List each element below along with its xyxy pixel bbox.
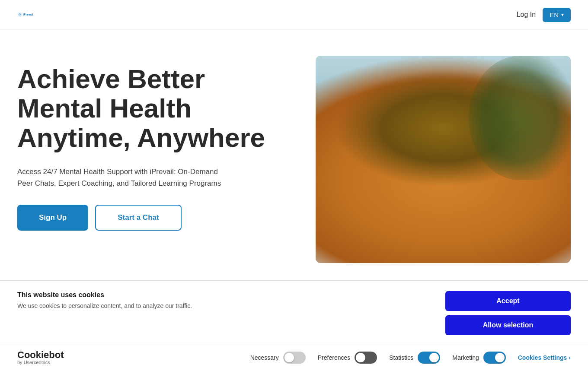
chevron-down-icon: ▾ <box>561 12 564 18</box>
logo[interactable]: iPrevail <box>17 5 36 24</box>
hero-section: Achieve Better Mental Health Anytime, An… <box>0 30 588 263</box>
hero-buttons: Sign Up Start a Chat <box>17 205 268 231</box>
hero-description: Access 24/7 Mental Health Support with i… <box>17 166 229 189</box>
hero-image-inner <box>316 56 571 263</box>
language-button[interactable]: EN ▾ <box>543 8 571 22</box>
hero-left: Achieve Better Mental Health Anytime, An… <box>17 56 268 231</box>
start-chat-button[interactable]: Start a Chat <box>95 205 181 231</box>
hero-image <box>316 56 571 263</box>
login-link[interactable]: Log In <box>517 11 536 19</box>
signup-button[interactable]: Sign Up <box>17 205 88 231</box>
hero-title: Achieve Better Mental Health Anytime, An… <box>17 64 268 153</box>
svg-point-0 <box>18 13 22 17</box>
header: iPrevail Log In EN ▾ <box>0 0 588 30</box>
svg-text:iPrevail: iPrevail <box>23 13 33 16</box>
hero-right <box>316 56 571 263</box>
header-right: Log In EN ▾ <box>517 8 571 22</box>
